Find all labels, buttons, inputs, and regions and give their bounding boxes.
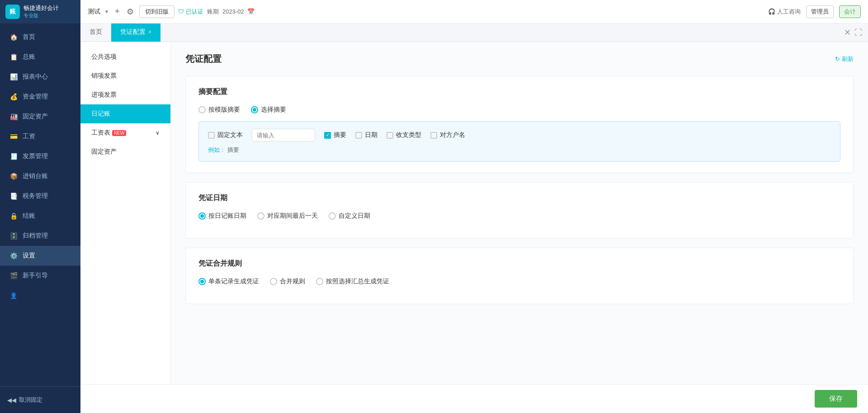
radio-single-record[interactable]: 单条记录生成凭证: [198, 277, 259, 286]
tabs-right: ✕ ⛶: [844, 28, 868, 38]
merge-section-title: 凭证合并规则: [198, 259, 840, 268]
date-section-title: 凭证日期: [198, 193, 840, 203]
chevron-down-icon: ∨: [156, 130, 160, 136]
radio-template-summary[interactable]: 按模版摘要: [198, 106, 240, 114]
sidebar-nav: 🏠 首页 📋 总账 📊 报表中心 💰 资金管理 🏭 固定资产 💳 工资 🧾 发票…: [0, 23, 80, 386]
menu-item-journal[interactable]: 日记账: [80, 104, 170, 123]
radio-summary-generate-circle: [316, 278, 323, 285]
radio-custom-date[interactable]: 自定义日期: [329, 212, 370, 220]
sidebar-item-more[interactable]: 👤: [0, 286, 80, 305]
sidebar-item-asset[interactable]: 🏭 固定资产: [0, 107, 80, 127]
save-btn[interactable]: 保存: [815, 390, 857, 408]
ledger-icon: 📋: [9, 52, 18, 61]
service-btn[interactable]: 🎧 人工咨询: [768, 8, 801, 16]
menu-item-payroll-table[interactable]: 工资表NEW ∨: [80, 123, 170, 142]
example-text: 例如： 摘要: [208, 146, 831, 154]
capital-icon: 💰: [9, 92, 18, 101]
close-panel-btn[interactable]: ✕: [844, 28, 851, 38]
logo-icon: 账: [5, 5, 20, 19]
archive-icon: 🗄️: [9, 231, 18, 240]
company-dropdown-icon[interactable]: ▼: [104, 9, 109, 15]
payroll-icon: 💳: [9, 132, 18, 141]
topbar-right: 🎧 人工咨询 管理员 会计: [768, 5, 861, 18]
main-panel: 公共选项 销项发票 进项发票 日记账 工资表NEW ∨ 固定资产 凭证配置: [80, 42, 868, 413]
asset-icon: 🏭: [9, 112, 18, 121]
checkbox-date-box: [355, 132, 362, 139]
checkbox-fixed-text-box: [208, 132, 215, 139]
tabs-bar: 首页 凭证配置 × ✕ ⛶: [80, 23, 868, 42]
checkbox-fixed-text[interactable]: 固定文本: [208, 131, 243, 139]
cancel-fixed-btn[interactable]: ◀◀ 取消固定: [0, 391, 80, 408]
radio-merge-rules-circle: [270, 278, 277, 285]
menu-item-fixed-asset[interactable]: 固定资产: [80, 142, 170, 161]
tab-home[interactable]: 首页: [80, 23, 111, 42]
expand-panel-btn[interactable]: ⛶: [854, 28, 863, 38]
menu-item-purchase-invoice[interactable]: 进项发票: [80, 85, 170, 104]
manager-btn[interactable]: 管理员: [806, 5, 834, 18]
checkbox-income-type-box: [387, 132, 393, 139]
tax-icon: 📑: [9, 192, 18, 201]
sidebar-item-payroll[interactable]: 💳 工资: [0, 127, 80, 146]
merge-config-section: 凭证合并规则 单条记录生成凭证 合并规则 按照选择汇总生成凭证: [185, 248, 854, 304]
radio-period-last[interactable]: 对应期间最后一天: [257, 212, 318, 220]
home-icon: 🏠: [9, 33, 18, 42]
period-label: 账期 2023-02 📅: [207, 8, 255, 16]
new-badge: NEW: [112, 130, 126, 136]
sidebar-item-sales[interactable]: 📦 进销台账: [0, 166, 80, 186]
sidebar-item-invoice[interactable]: 🧾 发票管理: [0, 146, 80, 166]
sidebar-item-close[interactable]: 🔒 结账: [0, 206, 80, 226]
page-title: 凭证配置: [185, 53, 222, 65]
tab-close-icon[interactable]: ×: [148, 29, 151, 35]
radio-journal-date[interactable]: 按日记账日期: [198, 212, 246, 220]
sidebar-item-settings[interactable]: ⚙️ 设置: [0, 246, 80, 266]
refresh-btn[interactable]: ↻ 刷新: [835, 55, 854, 63]
switch-version-btn[interactable]: 切到旧版: [139, 5, 175, 18]
fixed-text-input[interactable]: [252, 129, 315, 141]
certified-badge: 🛡 已认证: [178, 8, 203, 16]
sidebar-item-capital[interactable]: 💰 资金管理: [0, 87, 80, 107]
left-arrow-icon: ◀◀: [7, 397, 16, 404]
radio-period-last-circle: [257, 212, 264, 220]
report-icon: 📊: [9, 72, 18, 81]
sidebar-item-tax[interactable]: 📑 税务管理: [0, 186, 80, 206]
accountant-btn[interactable]: 会计: [839, 5, 861, 18]
radio-select-summary[interactable]: 选择摘要: [251, 106, 286, 114]
settings-btn[interactable]: ⚙: [125, 5, 136, 19]
menu-item-sales-invoice[interactable]: 销项发票: [80, 66, 170, 85]
refresh-icon: ↻: [835, 56, 840, 62]
radio-single-record-circle: [198, 278, 206, 285]
add-company-btn[interactable]: +: [113, 5, 122, 18]
sidebar-item-report[interactable]: 📊 报表中心: [0, 67, 80, 87]
sidebar-item-archive[interactable]: 🗄️ 归档管理: [0, 226, 80, 246]
date-radio-group: 按日记账日期 对应期间最后一天 自定义日期: [198, 212, 840, 220]
sales-icon: 📦: [9, 172, 18, 181]
summary-options-box: 固定文本 摘要 日期 收支类型: [198, 121, 840, 162]
sidebar-item-home[interactable]: 🏠 首页: [0, 27, 80, 47]
calendar-icon[interactable]: 📅: [247, 8, 255, 15]
logo-text-group: 畅捷通好会计 专业版: [24, 5, 59, 19]
summary-config-section: 摘要配置 按模版摘要 选择摘要 固定文本: [185, 76, 854, 173]
tab-voucher-config[interactable]: 凭证配置 ×: [111, 23, 160, 42]
radio-summary-generate[interactable]: 按照选择汇总生成凭证: [316, 277, 389, 286]
topbar-left: 测试 ▼ + ⚙ 切到旧版 🛡 已认证 账期 2023-02 📅: [88, 5, 255, 19]
sidebar: 账 畅捷通好会计 专业版 🏠 首页 📋 总账 📊 报表中心 💰 资金管理 🏭 固…: [0, 0, 80, 413]
menu-item-public[interactable]: 公共选项: [80, 47, 170, 66]
sidebar-logo: 账 畅捷通好会计 专业版: [0, 0, 80, 23]
merge-radio-group: 单条记录生成凭证 合并规则 按照选择汇总生成凭证: [198, 277, 840, 286]
sidebar-bottom: ◀◀ 取消固定: [0, 386, 80, 413]
checkbox-summary-box: [324, 132, 331, 139]
summary-radio-group: 按模版摘要 选择摘要: [198, 106, 840, 114]
guide-icon: 🎬: [9, 271, 18, 280]
sidebar-item-ledger[interactable]: 📋 总账: [0, 47, 80, 67]
checkbox-date[interactable]: 日期: [355, 131, 377, 139]
headset-icon: 🎧: [768, 8, 775, 15]
settings-icon: ⚙️: [9, 251, 18, 260]
checkbox-counterpart-box: [430, 132, 437, 139]
checkbox-counterpart[interactable]: 对方户名: [430, 131, 465, 139]
radio-merge-rules[interactable]: 合并规则: [270, 277, 305, 286]
checkbox-income-type[interactable]: 收支类型: [387, 131, 421, 139]
checkbox-summary[interactable]: 摘要: [324, 131, 346, 139]
panel-menu: 公共选项 销项发票 进项发票 日记账 工资表NEW ∨ 固定资产: [80, 42, 171, 413]
topbar: 测试 ▼ + ⚙ 切到旧版 🛡 已认证 账期 2023-02 📅 🎧 人工咨询 …: [80, 0, 868, 23]
sidebar-item-guide[interactable]: 🎬 新手引导: [0, 266, 80, 286]
